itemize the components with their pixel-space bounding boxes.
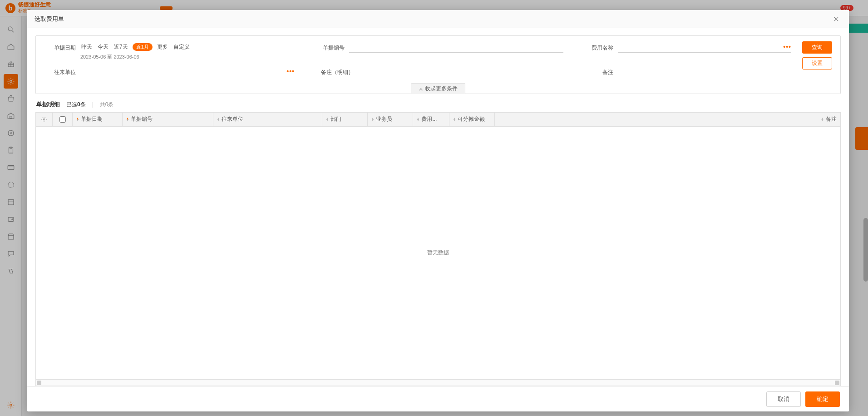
col-date[interactable]: ▲▼单据日期 xyxy=(72,113,122,126)
svg-point-21 xyxy=(43,119,45,120)
sort-icon: ▲▼ xyxy=(217,118,220,121)
partner-input[interactable] xyxy=(80,67,295,77)
select-expense-modal: 选取费用单 单据日期 昨天 今天 近7天 近1月 更多 xyxy=(27,10,849,411)
filter-partner-label: 往来单位 xyxy=(44,67,76,76)
close-icon[interactable] xyxy=(831,14,842,25)
modal-footer: 取消 确定 xyxy=(27,386,849,411)
col-remark[interactable]: ▲▼备注 xyxy=(494,113,840,126)
filter-remark-detail-label: 备注（明细） xyxy=(313,67,354,76)
filter-actions: 查询 设置 xyxy=(802,41,832,69)
cancel-button[interactable]: 取消 xyxy=(766,391,801,407)
filter-docno-label: 单据编号 xyxy=(313,42,345,52)
sort-icon: ▲▼ xyxy=(453,118,456,121)
sort-icon: ▲▼ xyxy=(371,118,375,121)
date-link-last1m[interactable]: 近1月 xyxy=(133,43,153,51)
scroll-left-icon[interactable] xyxy=(37,381,41,385)
feename-input[interactable] xyxy=(618,42,791,53)
filter-remark-label: 备注 xyxy=(582,67,613,76)
filter-panel: 单据日期 昨天 今天 近7天 近1月 更多 自定义 2023-05-06 至 2… xyxy=(35,35,841,94)
date-link-last7[interactable]: 近7天 xyxy=(113,42,129,52)
collapse-toggle[interactable]: 收起更多条件 xyxy=(411,83,465,94)
gear-icon xyxy=(41,116,47,123)
filter-docno: 单据编号 xyxy=(313,42,563,60)
confirm-button[interactable]: 确定 xyxy=(805,391,840,407)
remark-detail-input[interactable] xyxy=(358,67,563,77)
col-fee[interactable]: ▲▼费用... xyxy=(413,113,449,126)
date-link-today[interactable]: 今天 xyxy=(97,42,109,52)
col-alloc[interactable]: ▲▼可分摊金额 xyxy=(449,113,494,126)
sort-icon: ▲▼ xyxy=(417,118,420,121)
date-link-more[interactable]: 更多 xyxy=(156,42,169,52)
filter-date-label: 单据日期 xyxy=(44,42,76,52)
list-header: 单据明细 已选0条 | 共0条 xyxy=(36,100,841,109)
feename-more-icon[interactable]: ••• xyxy=(783,43,791,50)
date-range-text: 2023-05-06 至 2023-06-06 xyxy=(80,54,295,60)
partner-more-icon[interactable]: ••• xyxy=(286,68,295,75)
col-partner[interactable]: ▲▼往来单位 xyxy=(213,113,322,126)
select-all-checkbox[interactable] xyxy=(59,116,66,123)
chevron-up-icon xyxy=(419,87,423,91)
settings-button[interactable]: 设置 xyxy=(802,57,832,69)
list-title: 单据明细 xyxy=(36,100,60,109)
filter-partner: 往来单位 ••• xyxy=(44,67,295,77)
sort-icon: ▲▼ xyxy=(821,118,824,121)
date-link-custom[interactable]: 自定义 xyxy=(173,42,191,52)
table: ▲▼单据日期 ▲▼单据编号 ▲▼往来单位 ▲▼部门 ▲▼业务员 ▲▼费用... … xyxy=(35,112,841,386)
filter-remark: 备注 xyxy=(582,67,832,77)
list-total: 共0条 xyxy=(100,101,114,109)
sort-icon: ▲▼ xyxy=(126,118,129,121)
collapse-label: 收起更多条件 xyxy=(425,85,458,93)
search-button[interactable]: 查询 xyxy=(802,41,832,54)
empty-state: 暂无数据 xyxy=(36,127,840,380)
filter-remark-detail: 备注（明细） xyxy=(313,67,563,77)
col-dept[interactable]: ▲▼部门 xyxy=(322,113,367,126)
modal-body: 单据日期 昨天 今天 近7天 近1月 更多 自定义 2023-05-06 至 2… xyxy=(27,28,849,386)
table-body: 暂无数据 xyxy=(36,127,840,380)
remark-input[interactable] xyxy=(618,67,791,77)
date-link-yesterday[interactable]: 昨天 xyxy=(80,42,93,52)
col-docno[interactable]: ▲▼单据编号 xyxy=(122,113,213,126)
modal-header: 选取费用单 xyxy=(27,10,849,28)
filter-date: 单据日期 昨天 今天 近7天 近1月 更多 自定义 2023-05-06 至 2… xyxy=(44,42,295,60)
col-check[interactable] xyxy=(52,113,72,126)
docno-input[interactable] xyxy=(349,42,563,53)
horizontal-scrollbar[interactable] xyxy=(36,379,840,386)
sort-icon: ▲▼ xyxy=(326,118,329,121)
col-salesman[interactable]: ▲▼业务员 xyxy=(367,113,413,126)
filter-feename-label: 费用名称 xyxy=(582,42,613,52)
modal-title: 选取费用单 xyxy=(35,15,64,23)
col-gear[interactable] xyxy=(36,113,52,126)
scroll-right-icon[interactable] xyxy=(835,381,839,385)
filter-feename: 费用名称 ••• xyxy=(582,42,832,60)
list-selected: 已选0条 xyxy=(66,101,86,109)
sort-icon: ▲▼ xyxy=(76,118,79,121)
